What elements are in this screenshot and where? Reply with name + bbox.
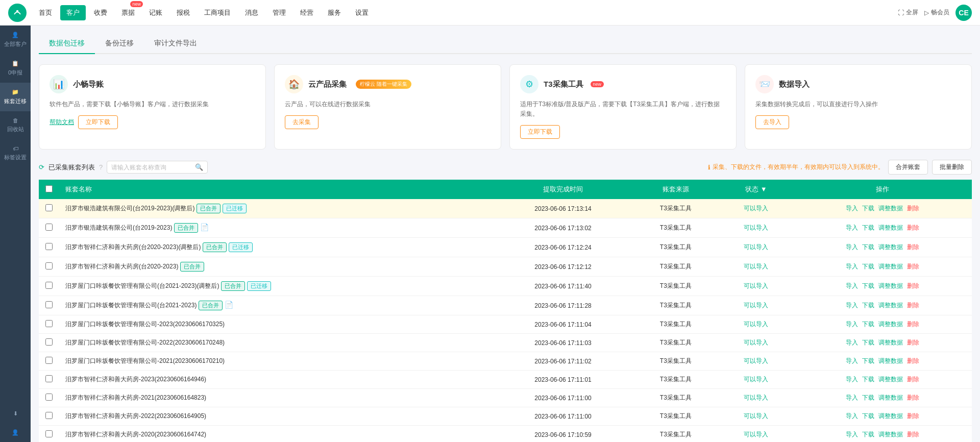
row-checkbox[interactable] — [45, 243, 53, 250]
action-删除[interactable]: 删除 — [907, 205, 919, 212]
action-导入[interactable]: 导入 — [846, 339, 858, 346]
action-下载[interactable]: 下载 — [862, 321, 874, 328]
action-删除[interactable]: 删除 — [907, 339, 919, 346]
sidebar-item-tag[interactable]: 🏷 标签设置 — [0, 139, 31, 167]
sidebar-user[interactable]: 👤 — [12, 423, 19, 442]
action-下载[interactable]: 下载 — [862, 263, 874, 270]
action-下载[interactable]: 下载 — [862, 302, 874, 309]
merge-accounts-btn[interactable]: 合并账套 — [888, 160, 928, 175]
action-删除[interactable]: 删除 — [907, 394, 919, 401]
action-下载[interactable]: 下载 — [862, 431, 874, 438]
tab-backup-migration[interactable]: 备份迁移 — [95, 34, 144, 54]
row-checkbox[interactable] — [45, 282, 53, 289]
action-删除[interactable]: 删除 — [907, 357, 919, 364]
row-checkbox[interactable] — [45, 394, 53, 401]
nav-item-home[interactable]: 首页 — [33, 5, 58, 20]
action-下载[interactable]: 下载 — [862, 205, 874, 212]
row-checkbox[interactable] — [45, 412, 53, 419]
nav-item-operation[interactable]: 经营 — [294, 5, 320, 20]
t3-download-btn[interactable]: 立即下载 — [520, 125, 560, 139]
action-导入[interactable]: 导入 — [846, 321, 858, 328]
action-导入[interactable]: 导入 — [846, 376, 858, 383]
row-checkbox[interactable] — [45, 301, 53, 308]
nav-item-client[interactable]: 客户 — [60, 5, 86, 20]
nav-item-settings[interactable]: 设置 — [349, 5, 375, 20]
action-删除[interactable]: 删除 — [907, 263, 919, 270]
action-导入[interactable]: 导入 — [846, 357, 858, 364]
action-导入[interactable]: 导入 — [846, 394, 858, 401]
action-删除[interactable]: 删除 — [907, 282, 919, 289]
xiaochang-download-btn[interactable]: 立即下载 — [78, 115, 118, 129]
action-调整数据[interactable]: 调整数据 — [878, 376, 903, 383]
sidebar-item-zero-report[interactable]: 📋 0申报 — [0, 54, 31, 83]
row-checkbox[interactable] — [45, 430, 53, 437]
action-导入[interactable]: 导入 — [846, 431, 858, 438]
refresh-icon[interactable]: ⟳ — [39, 163, 44, 171]
action-导入[interactable]: 导入 — [846, 282, 858, 289]
tab-data-migration[interactable]: 数据包迁移 — [39, 34, 95, 54]
action-删除[interactable]: 删除 — [907, 321, 919, 328]
action-调整数据[interactable]: 调整数据 — [878, 339, 903, 346]
action-调整数据[interactable]: 调整数据 — [878, 394, 903, 401]
action-导入[interactable]: 导入 — [846, 205, 858, 212]
nav-item-manage[interactable]: 管理 — [266, 5, 292, 20]
row-checkbox[interactable] — [45, 338, 53, 346]
row-checkbox[interactable] — [45, 375, 53, 382]
action-调整数据[interactable]: 调整数据 — [878, 205, 903, 212]
sidebar-item-recycle[interactable]: 🗑 回收站 — [0, 111, 31, 139]
action-调整数据[interactable]: 调整数据 — [878, 224, 903, 231]
nav-item-ticket[interactable]: 票据new — [115, 5, 141, 20]
action-调整数据[interactable]: 调整数据 — [878, 282, 903, 289]
dataimport-go-btn[interactable]: 去导入 — [755, 115, 789, 129]
action-删除[interactable]: 删除 — [907, 302, 919, 309]
search-input[interactable] — [111, 164, 193, 171]
action-下载[interactable]: 下载 — [862, 412, 874, 420]
action-调整数据[interactable]: 调整数据 — [878, 431, 903, 438]
fullscreen-btn[interactable]: ⛶ 全屏 — [898, 8, 918, 17]
action-删除[interactable]: 删除 — [907, 243, 919, 251]
nav-item-service[interactable]: 服务 — [322, 5, 347, 20]
nav-item-bookkeeping[interactable]: 记账 — [143, 5, 168, 20]
action-导入[interactable]: 导入 — [846, 263, 858, 270]
nav-item-tax[interactable]: 报税 — [170, 5, 196, 20]
action-删除[interactable]: 删除 — [907, 412, 919, 420]
action-导入[interactable]: 导入 — [846, 302, 858, 309]
help-icon[interactable]: ? — [99, 163, 103, 171]
row-checkbox[interactable] — [45, 320, 53, 327]
action-导入[interactable]: 导入 — [846, 412, 858, 420]
action-下载[interactable]: 下载 — [862, 357, 874, 364]
action-调整数据[interactable]: 调整数据 — [878, 302, 903, 309]
row-checkbox[interactable] — [45, 357, 53, 364]
nav-item-business[interactable]: 工商项目 — [198, 5, 237, 20]
action-下载[interactable]: 下载 — [862, 339, 874, 346]
action-调整数据[interactable]: 调整数据 — [878, 357, 903, 364]
action-删除[interactable]: 删除 — [907, 376, 919, 383]
sidebar-item-all-clients[interactable]: 👤 全部客户 — [0, 26, 31, 54]
nav-item-message[interactable]: 消息 — [239, 5, 264, 20]
sidebar-download[interactable]: ⬇ — [12, 404, 19, 423]
row-checkbox[interactable] — [45, 224, 53, 231]
row-checkbox[interactable] — [45, 262, 53, 269]
select-all-checkbox[interactable] — [45, 185, 53, 192]
action-下载[interactable]: 下载 — [862, 282, 874, 289]
nav-item-charge[interactable]: 收费 — [88, 5, 113, 20]
help-doc-link[interactable]: 帮助文档 — [50, 118, 74, 127]
sidebar-item-migrate[interactable]: 📁 账套迁移 — [0, 83, 31, 111]
action-下载[interactable]: 下载 — [862, 394, 874, 401]
action-导入[interactable]: 导入 — [846, 224, 858, 231]
action-调整数据[interactable]: 调整数据 — [878, 412, 903, 420]
action-调整数据[interactable]: 调整数据 — [878, 243, 903, 251]
row-checkbox[interactable] — [45, 204, 53, 211]
search-icon[interactable]: 🔍 — [195, 163, 203, 171]
yuncp-collect-btn[interactable]: 去采集 — [285, 115, 318, 129]
action-调整数据[interactable]: 调整数据 — [878, 321, 903, 328]
action-下载[interactable]: 下载 — [862, 376, 874, 383]
avatar[interactable]: CE — [955, 5, 972, 21]
action-导入[interactable]: 导入 — [846, 243, 858, 251]
action-调整数据[interactable]: 调整数据 — [878, 263, 903, 270]
action-删除[interactable]: 删除 — [907, 224, 919, 231]
tab-audit-export[interactable]: 审计文件导出 — [144, 34, 207, 54]
batch-delete-btn[interactable]: 批量删除 — [932, 160, 972, 175]
action-删除[interactable]: 删除 — [907, 431, 919, 438]
vip-btn[interactable]: ▷ 畅会员 — [924, 8, 949, 17]
